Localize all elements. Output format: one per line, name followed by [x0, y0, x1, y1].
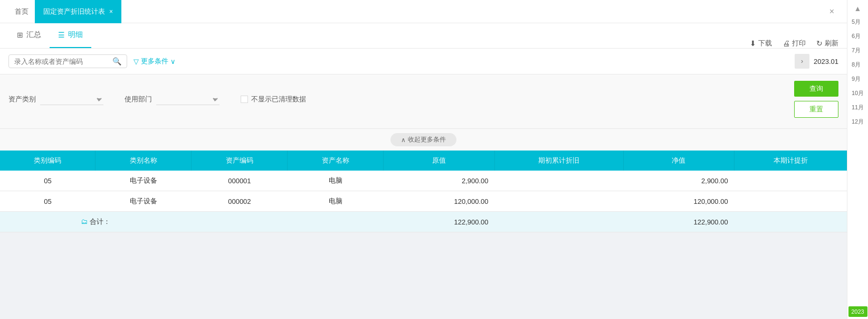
collapse-button[interactable]: ∧ 收起更多条件 — [390, 133, 456, 146]
total-current-depreciation — [735, 212, 847, 232]
col-net-value: 净值 — [623, 151, 735, 171]
filter-area: 资产类别 ▼ 使用部门 ▼ 不显示已清理数 — [0, 74, 847, 129]
asset-category-select-wrap: ▼ — [40, 93, 103, 105]
total-accumulated-depreciation — [495, 212, 624, 232]
use-department-filter: 使用部门 ▼ — [125, 93, 220, 105]
cell-asset-name: 电脑 — [288, 191, 384, 212]
sidebar-month-item[interactable]: 12月 — [852, 115, 864, 129]
sidebar-month-item[interactable]: 10月 — [852, 86, 864, 100]
cell-category-name: 电子设备 — [96, 171, 192, 191]
refresh-button[interactable]: ↻ 刷新 — [816, 39, 838, 48]
cell-net-value: 2,900.00 — [623, 171, 735, 191]
use-department-label: 使用部门 — [125, 95, 152, 104]
detail-icon: ☰ — [58, 31, 65, 39]
sidebar-month-item[interactable]: 6月 — [852, 29, 864, 43]
total-label: 🗂合计： — [0, 212, 192, 232]
asset-category-select[interactable] — [40, 93, 103, 105]
sidebar-month-item[interactable]: 11月 — [852, 100, 864, 115]
hide-cleared-label: 不显示已清理数据 — [251, 95, 306, 104]
hide-cleared-checkbox[interactable] — [241, 96, 248, 103]
search-icon: 🔍 — [112, 57, 121, 65]
cell-accumulated-depreciation — [495, 191, 624, 212]
more-conditions-label: 更多条件 — [141, 57, 168, 66]
download-label: 下载 — [758, 39, 772, 48]
cell-net-value: 120,000.00 — [623, 191, 735, 212]
cell-original-value: 2,900.00 — [384, 171, 495, 191]
reset-button[interactable]: 重置 — [794, 101, 838, 118]
table-header-row: 类别编码 类别名称 资产编码 资产名称 原值 期初累计折旧 净值 本期计提折 — [0, 151, 847, 171]
cell-original-value: 120,000.00 — [384, 191, 495, 212]
active-tab[interactable]: 固定资产折旧统计表 × — [35, 0, 121, 23]
col-asset-code: 资产编码 — [192, 151, 288, 171]
data-table: 类别编码 类别名称 资产编码 资产名称 原值 期初累计折旧 净值 本期计提折 0… — [0, 151, 847, 232]
search-bar: 🔍 ▽ 更多条件 ∨ › 2023.01 — [0, 49, 847, 74]
cell-category-name: 电子设备 — [96, 191, 192, 212]
use-department-select[interactable] — [156, 93, 220, 105]
tab-summary[interactable]: ⊞ 汇总 — [8, 23, 50, 48]
search-input[interactable] — [14, 58, 109, 65]
print-button[interactable]: 🖨 打印 — [783, 39, 806, 48]
asset-category-label: 资产类别 — [8, 95, 36, 104]
filter-icon: ▽ — [133, 58, 139, 65]
cell-asset-code: 000002 — [192, 191, 288, 212]
date-display: 2023.01 — [814, 58, 838, 65]
asset-category-filter: 资产类别 ▼ — [8, 93, 103, 105]
chevron-down-icon: ∨ — [170, 58, 176, 65]
more-conditions-button[interactable]: ▽ 更多条件 ∨ — [133, 57, 176, 66]
sidebar-month-item[interactable]: 7月 — [852, 43, 864, 58]
window-close-icon[interactable]: × — [829, 7, 838, 16]
tab-detail-label: 明细 — [68, 30, 83, 40]
refresh-label: 刷新 — [825, 39, 838, 48]
cell-asset-name: 电脑 — [288, 171, 384, 191]
table-row: 05 电子设备 000001 电脑 2,900.00 2,900.00 — [0, 171, 847, 191]
download-icon: ⬇ — [750, 39, 756, 48]
total-row: 🗂合计： 122,900.00 122,900.00 — [0, 212, 847, 232]
refresh-icon: ↻ — [816, 39, 823, 48]
sidebar-month-item[interactable]: 9月 — [852, 72, 864, 86]
download-button[interactable]: ⬇ 下载 — [750, 39, 772, 48]
total-empty-2 — [288, 212, 384, 232]
print-label: 打印 — [792, 39, 806, 48]
tab-label: 固定资产折旧统计表 — [43, 7, 105, 16]
tab-detail[interactable]: ☰ 明细 — [50, 23, 91, 48]
col-accumulated-depreciation: 期初累计折旧 — [495, 151, 624, 171]
sidebar-year[interactable]: 2023 — [848, 306, 867, 317]
search-input-wrap: 🔍 — [8, 54, 127, 68]
cell-current-depreciation — [735, 171, 847, 191]
summary-icon: ⊞ — [17, 31, 23, 39]
use-department-select-wrap: ▼ — [156, 93, 220, 105]
col-asset-name: 资产名称 — [288, 151, 384, 171]
col-original-value: 原值 — [384, 151, 495, 171]
col-category-name: 类别名称 — [96, 151, 192, 171]
sidebar-up-button[interactable]: ▲ — [854, 4, 862, 13]
hide-cleared-checkbox-item[interactable]: 不显示已清理数据 — [241, 95, 306, 104]
home-nav[interactable]: 首页 — [8, 7, 35, 16]
total-original-value: 122,900.00 — [384, 212, 495, 232]
sub-tabs-bar: ⊞ 汇总 ☰ 明细 ⬇ 下载 🖨 打印 ↻ 刷新 — [0, 23, 847, 49]
toolbar-right: ⬇ 下载 🖨 打印 ↻ 刷新 — [750, 39, 838, 48]
cell-asset-code: 000001 — [192, 171, 288, 191]
filter-actions: 查询 重置 — [794, 81, 838, 118]
collapse-label: 收起更多条件 — [408, 135, 446, 144]
filter-row: 资产类别 ▼ 使用部门 ▼ 不显示已清理数 — [8, 81, 838, 118]
sidebar-month-item[interactable]: 5月 — [852, 15, 864, 29]
sidebar-month-item[interactable]: 8月 — [852, 58, 864, 72]
tab-close-icon[interactable]: × — [109, 8, 113, 15]
tab-summary-label: 汇总 — [26, 30, 41, 40]
total-empty-1 — [192, 212, 288, 232]
right-sidebar: ▲ 5月6月7月8月9月10月11月12月 2023 — [847, 0, 868, 319]
collapse-row: ∧ 收起更多条件 — [0, 129, 847, 151]
query-button[interactable]: 查询 — [794, 81, 838, 97]
table-row: 05 电子设备 000002 电脑 120,000.00 120,000.00 — [0, 191, 847, 212]
col-current-depreciation: 本期计提折 — [735, 151, 847, 171]
cell-category-code: 05 — [0, 191, 96, 212]
collapse-up-icon: ∧ — [401, 136, 406, 144]
cell-accumulated-depreciation — [495, 171, 624, 191]
print-icon: 🖨 — [783, 39, 790, 48]
table-wrap: 类别编码 类别名称 资产编码 资产名称 原值 期初累计折旧 净值 本期计提折 0… — [0, 151, 847, 319]
cell-category-code: 05 — [0, 171, 96, 191]
cell-current-depreciation — [735, 191, 847, 212]
total-net-value: 122,900.00 — [623, 212, 735, 232]
collapse-arrow-button[interactable]: › — [795, 54, 809, 69]
search-right-area: › 2023.01 — [795, 54, 838, 69]
